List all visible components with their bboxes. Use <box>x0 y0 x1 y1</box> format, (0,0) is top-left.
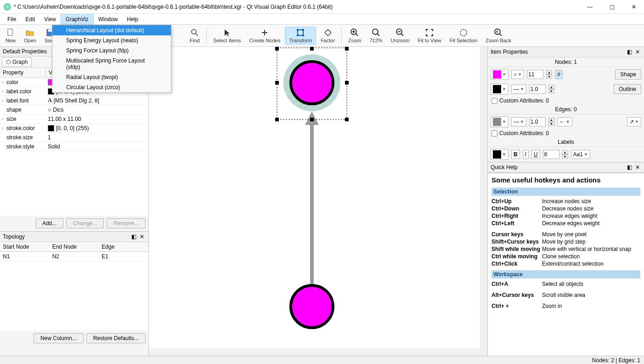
menu-file[interactable]: File <box>3 15 21 24</box>
find-icon <box>190 28 199 37</box>
topology-hdr-edge: Edge <box>99 242 148 251</box>
shape-button[interactable]: Shape <box>615 69 641 80</box>
svg-point-28 <box>291 62 333 104</box>
maximize-button[interactable]: ▢ <box>605 2 618 11</box>
prop-row-labelfont[interactable]: ›label.fontA[MS Shell Dlg 2, 8] <box>0 96 148 105</box>
toolbar-unzoom[interactable]: Unzoom <box>387 27 413 44</box>
zoom-out-icon <box>395 28 405 37</box>
toolbar-fit[interactable]: Fit to View <box>414 27 445 44</box>
outline-button[interactable]: Outline <box>614 84 641 94</box>
titlebar: * C:\Users\Ashwin\Downloads\qvge-0.6.1-p… <box>0 0 644 14</box>
close-icon[interactable]: ✕ <box>634 48 641 56</box>
toolbar-select[interactable]: Select Items <box>209 27 245 44</box>
vertical-scrollbar[interactable] <box>480 47 487 356</box>
svg-line-15 <box>356 34 358 36</box>
svg-point-26 <box>291 285 333 328</box>
zoom-back-icon <box>494 28 503 37</box>
statusbar: Nodes: 2 | Edges: 1 <box>0 356 644 364</box>
menu-item-multiscaled[interactable]: Multiscaled Spring Force Layout (sfdp) <box>52 56 171 72</box>
toolbar-fitsel[interactable]: Fit Selection <box>446 27 481 44</box>
quick-help-header: Quick Help◧✕ <box>488 162 644 173</box>
undock-icon[interactable]: ◧ <box>626 164 633 171</box>
hash-button[interactable]: # <box>555 70 563 79</box>
prop-row-strokestyle[interactable]: stroke.styleSolid <box>0 142 148 151</box>
toolbar-find[interactable]: Find <box>186 27 203 44</box>
transform-icon <box>296 28 305 37</box>
window-title: * C:\Users\Ashwin\Downloads\qvge-0.6.1-p… <box>14 4 583 10</box>
toolbar-factor[interactable]: Factor <box>317 27 339 44</box>
close-icon[interactable]: ✕ <box>634 164 641 171</box>
svg-point-3 <box>192 29 196 34</box>
italic-button[interactable]: I <box>523 150 529 159</box>
new-icon <box>6 28 15 37</box>
toolbar-open[interactable]: Open <box>20 27 40 44</box>
prop-header-property: Property <box>0 68 46 77</box>
menu-help[interactable]: Help <box>122 15 143 24</box>
graphviz-dropdown: Hierarchical Layout (dot default) Spring… <box>52 25 171 93</box>
font-picker[interactable]: Aa1▼ <box>571 150 590 159</box>
custom-attrs-nodes-check[interactable] <box>491 98 497 104</box>
edge-arrow-start[interactable]: ←▼ <box>557 117 572 126</box>
factor-icon <box>323 28 333 37</box>
toolbar-transform[interactable]: Transform <box>285 27 316 45</box>
stroke-color[interactable]: ▼ <box>491 84 508 95</box>
fit-view-icon <box>425 28 434 37</box>
menu-graphviz[interactable]: GraphViz <box>61 14 94 24</box>
tab-graph[interactable]: ⬡Graph <box>2 57 32 67</box>
prop-row-size[interactable]: ›size11.00 x 11.00 <box>0 114 148 124</box>
menu-edit[interactable]: Edit <box>21 15 40 24</box>
prop-row-strokecolor[interactable]: ›stroke.color[0, 0, 0] (255) <box>0 124 148 133</box>
toolbar-zoom[interactable]: Zoom <box>345 27 365 44</box>
undock-icon[interactable]: ◧ <box>626 48 633 56</box>
nodes-header: Nodes: 1 <box>488 57 644 67</box>
stroke-width-input[interactable] <box>529 85 546 94</box>
restore-defaults-button[interactable]: Restore Defaults... <box>86 333 146 343</box>
graph-icon: ⬡ <box>6 59 11 65</box>
prop-row-shape[interactable]: shape○Dics <box>0 105 148 114</box>
toolbar-new[interactable]: New <box>2 27 19 44</box>
label-size-input[interactable] <box>543 150 559 159</box>
menu-item-circular[interactable]: Circular Layout (circo) <box>52 82 171 92</box>
toolbar-zoom-pct[interactable]: 712% <box>366 27 386 44</box>
canvas[interactable] <box>149 47 488 356</box>
underline-button[interactable]: U <box>531 150 540 159</box>
stroke-style[interactable]: —▼ <box>511 85 526 94</box>
new-column-button[interactable]: New Column... <box>34 333 84 343</box>
label-color[interactable]: ▼ <box>491 149 508 160</box>
undock-icon[interactable]: ◧ <box>130 233 137 240</box>
prop-row-strokesize[interactable]: stroke.size1 <box>0 133 148 142</box>
fit-selection-icon <box>459 28 468 37</box>
circle-icon: ○ <box>514 71 517 78</box>
svg-line-17 <box>378 34 379 36</box>
menu-window[interactable]: Window <box>94 15 123 24</box>
zoom-icon <box>372 28 381 37</box>
open-icon <box>25 28 34 37</box>
menu-item-hierarchical[interactable]: Hierarchical Layout (dot default) <box>52 25 171 35</box>
node-size-input[interactable] <box>527 70 543 79</box>
edge-arrow-end[interactable]: ↗▼ <box>627 117 641 126</box>
app-icon <box>4 3 11 11</box>
labels-header: Labels <box>488 137 644 147</box>
edge-style[interactable]: —▼ <box>511 117 526 126</box>
topology-row[interactable]: N1N2E1 <box>0 252 148 262</box>
horizontal-scrollbar[interactable] <box>149 348 487 356</box>
edge-color[interactable]: ▼ <box>491 116 508 127</box>
edge-width-input[interactable] <box>529 117 546 126</box>
svg-point-22 <box>495 29 500 34</box>
node-fill-color[interactable]: ▼ <box>491 69 508 80</box>
add-button[interactable]: Add... <box>35 218 63 228</box>
menu-view[interactable]: View <box>40 15 61 24</box>
custom-attrs-edges-check[interactable] <box>491 131 497 136</box>
node-shape-picker[interactable]: ○▼ <box>511 70 524 79</box>
close-icon[interactable]: ✕ <box>138 233 146 240</box>
toolbar-create[interactable]: Create Nodes <box>246 27 284 44</box>
close-button[interactable]: ✕ <box>627 2 640 11</box>
menu-item-spring-force[interactable]: Spring Force Layout (fdp) <box>52 46 171 56</box>
minimize-button[interactable]: — <box>583 2 596 11</box>
topology-hdr-end: End Node <box>50 242 99 251</box>
bold-button[interactable]: B <box>511 150 520 159</box>
svg-rect-10 <box>297 34 299 36</box>
menu-item-spring[interactable]: Spring Energy Layout (neato) <box>52 35 171 46</box>
menu-item-radial[interactable]: Radial Layout (twopi) <box>52 72 171 82</box>
toolbar-zoomback[interactable]: Zoom Back <box>482 27 515 44</box>
